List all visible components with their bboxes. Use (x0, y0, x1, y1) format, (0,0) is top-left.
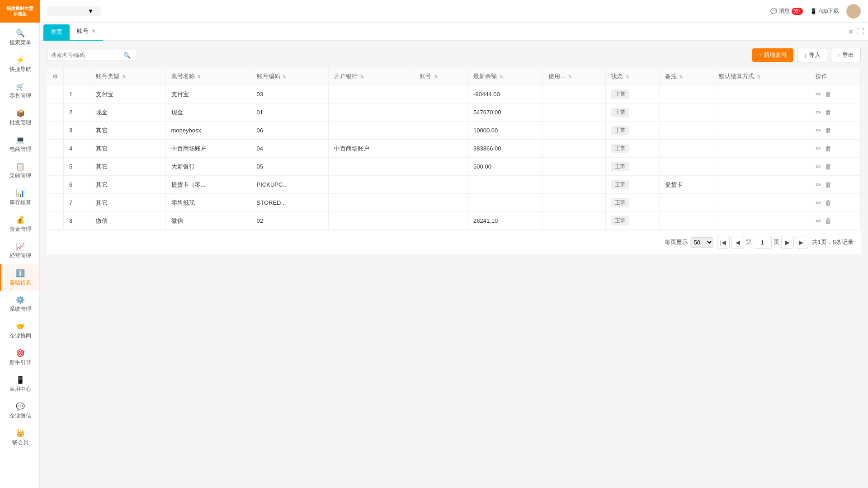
sidebar-label-retail-manage: 零售管理 (9, 92, 31, 100)
export-label: 导出 (842, 51, 854, 59)
cell-usage (543, 85, 606, 103)
app-download-button[interactable]: 📱 App下载 (810, 7, 839, 15)
first-page-btn[interactable]: |◀ (717, 236, 730, 249)
delete-icon[interactable]: 🗑 (825, 217, 832, 225)
col-account-num[interactable]: 账号 ⇅ (414, 68, 468, 85)
delete-icon[interactable]: 🗑 (825, 90, 832, 99)
status-badge: 正常 (611, 162, 629, 171)
col-status[interactable]: 状态 ⇅ (605, 68, 659, 85)
sidebar-item-new-guide[interactable]: 🎯新手引导 (0, 344, 39, 371)
sidebar-item-capital-manage[interactable]: 💰资金管理 (0, 211, 39, 238)
edit-icon[interactable]: ✏ (816, 217, 821, 225)
tab-close-icon[interactable]: ✕ (91, 28, 96, 34)
sidebar-item-app-center[interactable]: 📱应用中心 (0, 371, 39, 398)
cell-account-num (414, 212, 468, 230)
search-input[interactable] (51, 52, 123, 58)
per-page-dropdown[interactable]: 50 100 200 (690, 237, 713, 248)
top-header-right: 💬 消息 99+ 📱 App下载 (770, 4, 861, 19)
sidebar-icon-vip-member: 👑 (16, 429, 25, 437)
col-remark[interactable]: 备注 ⇅ (660, 68, 713, 85)
tab-home[interactable]: 首页 (43, 24, 70, 41)
table-row: 4 其它 中百商场账户 04 中百商场账户 383866.00 正常 ✏ 🗑 (47, 140, 861, 158)
notification-button[interactable]: 💬 消息 99+ (770, 7, 803, 15)
sidebar-item-search-menu[interactable]: 🔍搜索菜单 (0, 24, 39, 51)
cell-usage (543, 158, 606, 176)
delete-icon[interactable]: 🗑 (825, 181, 832, 189)
col-default-settlement[interactable]: 默认结算方式 ⇅ (713, 68, 810, 85)
sidebar-item-wholesale-manage[interactable]: 📦批发管理 (0, 104, 39, 131)
sidebar-item-system-manage[interactable]: ⚙️系统管理 (0, 291, 39, 318)
cell-account-name: 提货卡（零... (165, 176, 251, 194)
cell-index: 7 (64, 194, 90, 212)
import-button[interactable]: ↓ 导入 (797, 48, 827, 62)
delete-icon[interactable]: 🗑 (825, 108, 832, 117)
edit-icon[interactable]: ✏ (816, 181, 821, 189)
next-page-btn[interactable]: ▶ (781, 236, 794, 249)
last-page-btn[interactable]: ▶| (796, 236, 808, 249)
top-search-bar[interactable]: ▼ (47, 6, 101, 16)
cell-index: 1 (64, 85, 90, 103)
cell-account-code: 01 (251, 103, 329, 122)
sidebar-item-vip-member[interactable]: 👑畅会员 (0, 424, 39, 451)
sidebar-label-vip-member: 畅会员 (12, 439, 28, 446)
delete-icon[interactable]: 🗑 (825, 145, 832, 153)
tab-expand-action[interactable]: ⛶ (857, 27, 864, 36)
cell-account-type: 其它 (90, 176, 165, 194)
cell-bank (329, 212, 414, 230)
page-input[interactable] (754, 236, 772, 249)
edit-icon[interactable]: ✏ (816, 145, 821, 153)
top-header: ▼ 💬 消息 99+ 📱 App下载 (40, 0, 868, 23)
pagination-bar: 每页显示 50 100 200 |◀ ◀ 第 页 ▶ ▶| 共1页，8条记录 (47, 230, 861, 254)
sidebar-item-operation-manage[interactable]: 📈经营管理 (0, 238, 39, 264)
export-icon: ↑ (838, 52, 841, 59)
cell-latest-balance: 547670.00 (468, 103, 543, 122)
export-button[interactable]: ↑ 导出 (831, 48, 861, 62)
user-avatar[interactable] (846, 4, 861, 19)
col-latest-balance[interactable]: 最新余额 ⇅ (468, 68, 543, 85)
top-search-input[interactable] (52, 8, 88, 14)
col-gear[interactable]: ⚙ (47, 68, 64, 85)
search-wrap[interactable]: 🔍 (47, 50, 137, 61)
tab-account[interactable]: 账号 ✕ (70, 23, 103, 41)
cell-account-name: 支付宝 (165, 85, 251, 103)
col-account-name[interactable]: 账号名称 ⇅ (165, 68, 251, 85)
edit-icon[interactable]: ✏ (816, 90, 821, 99)
edit-icon[interactable]: ✏ (816, 108, 821, 117)
delete-icon[interactable]: 🗑 (825, 163, 832, 171)
cell-account-code: STORED... (251, 194, 329, 212)
col-account-type[interactable]: 账号类型 ⇅ (90, 68, 165, 85)
tab-close-action[interactable]: ✕ (848, 27, 854, 36)
edit-icon[interactable]: ✏ (816, 127, 821, 135)
sidebar-item-inventory-count[interactable]: 📊库存核算 (0, 184, 39, 211)
action-icons: ✏ 🗑 (816, 181, 855, 189)
new-account-button[interactable]: + 新增账号 (752, 48, 793, 62)
sidebar-label-inventory-count: 库存核算 (9, 199, 31, 206)
cell-index: 6 (64, 176, 90, 194)
cell-status: 正常 (605, 194, 659, 212)
tab-account-label: 账号 (77, 27, 89, 35)
sidebar-item-enterprise-wechat[interactable]: 💬企业微信 (0, 398, 39, 424)
cell-remark (660, 140, 713, 158)
cell-account-code: 06 (251, 122, 329, 140)
sidebar-icon-inventory-count: 📊 (16, 189, 25, 197)
col-usage[interactable]: 使用... ⇅ (543, 68, 606, 85)
edit-icon[interactable]: ✏ (816, 199, 821, 207)
cell-default-settlement (713, 212, 810, 230)
delete-icon[interactable]: 🗑 (825, 199, 832, 207)
sidebar-item-basic-info[interactable]: ℹ️基础信息 (0, 264, 39, 291)
sidebar-item-quick-nav[interactable]: ⚡快捷导航 (0, 51, 39, 78)
main-area: ▼ 💬 消息 99+ 📱 App下载 首页 账号 ✕ ✕ ⛶ (40, 0, 868, 488)
sidebar-item-retail-manage[interactable]: 🛒零售管理 (0, 78, 39, 104)
sidebar-item-purchase-manage[interactable]: 📋采购管理 (0, 158, 39, 184)
cell-bank (329, 176, 414, 194)
sidebar-item-enterprise-agreement[interactable]: 🤝企业协同 (0, 318, 39, 344)
status-badge: 正常 (611, 108, 629, 117)
col-bank[interactable]: 开户银行 ⇅ (329, 68, 414, 85)
col-account-code[interactable]: 账号编码 ⇅ (251, 68, 329, 85)
prev-page-btn[interactable]: ◀ (731, 236, 744, 249)
cell-action: ✏ 🗑 (810, 122, 860, 140)
delete-icon[interactable]: 🗑 (825, 127, 832, 135)
edit-icon[interactable]: ✏ (816, 163, 821, 171)
sidebar-item-ecommerce-manage[interactable]: 💻电商管理 (0, 131, 39, 158)
cell-action: ✏ 🗑 (810, 194, 860, 212)
